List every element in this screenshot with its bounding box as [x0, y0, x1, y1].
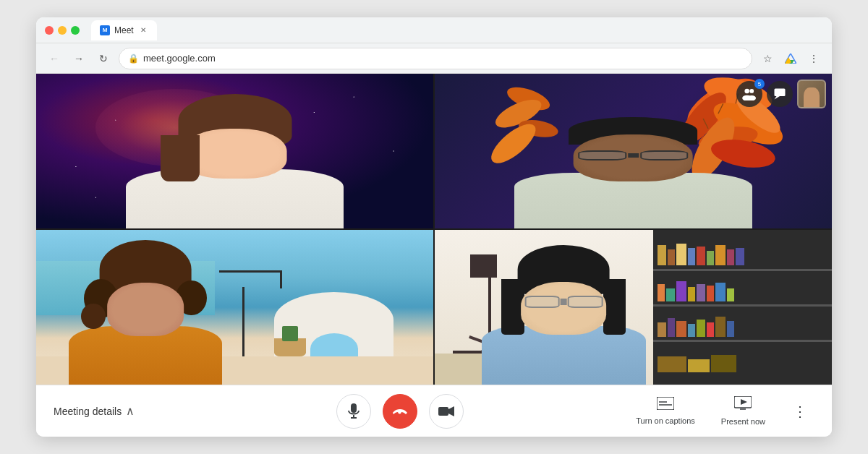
- microphone-icon: [347, 403, 360, 419]
- captions-button[interactable]: Turn on captions: [630, 394, 701, 428]
- present-svg-icon: [734, 396, 752, 411]
- browser-window: M Meet ✕ ← → ↻ 🔒 meet.google.com ☆ ⋮: [36, 17, 832, 437]
- end-call-button[interactable]: [383, 394, 417, 429]
- top-right-controls: 5: [736, 80, 826, 108]
- toolbar-right: ☆ ⋮: [758, 49, 823, 68]
- meeting-details-chevron-icon: ∧: [126, 404, 135, 418]
- bottom-bar: Meeting details ∧: [36, 385, 832, 437]
- svg-rect-29: [657, 397, 674, 410]
- svg-point-3: [744, 89, 749, 94]
- people-icon: [742, 87, 757, 100]
- video-cell-1: [36, 74, 433, 228]
- present-now-label: Present now: [721, 417, 765, 426]
- end-call-icon: [392, 407, 408, 416]
- captions-svg-icon: [657, 397, 674, 410]
- bookmark-button[interactable]: ☆: [758, 49, 777, 68]
- tab-close-button[interactable]: ✕: [138, 25, 148, 35]
- lock-icon: 🔒: [128, 53, 139, 64]
- refresh-button[interactable]: ↻: [94, 49, 113, 68]
- tab-area: M Meet ✕: [91, 20, 157, 40]
- address-bar: ← → ↻ 🔒 meet.google.com ☆ ⋮: [36, 43, 832, 74]
- svg-rect-24: [351, 403, 357, 413]
- chat-icon: [773, 87, 786, 100]
- video-cell-4: [435, 230, 832, 385]
- video-grid: [36, 74, 832, 385]
- url-bar[interactable]: 🔒 meet.google.com: [119, 48, 752, 69]
- close-traffic-light[interactable]: [45, 26, 54, 35]
- participants-badge: 5: [754, 79, 765, 89]
- title-bar: M Meet ✕: [36, 17, 832, 43]
- right-controls: Turn on captions Present now ⋮: [630, 393, 814, 429]
- video-cell-3: [36, 230, 433, 385]
- captions-label: Turn on captions: [636, 416, 695, 425]
- microphone-button[interactable]: [336, 394, 371, 429]
- meeting-details-button[interactable]: Meeting details ∧: [54, 404, 169, 418]
- camera-button[interactable]: [429, 394, 464, 429]
- svg-point-4: [749, 89, 754, 93]
- drive-icon: [785, 53, 796, 64]
- svg-marker-28: [448, 406, 454, 416]
- url-text: meet.google.com: [143, 53, 216, 64]
- chat-button[interactable]: [767, 81, 793, 107]
- more-options-button[interactable]: ⋮: [804, 49, 823, 68]
- svg-rect-7: [775, 89, 786, 97]
- present-now-button[interactable]: Present now: [715, 393, 771, 429]
- participants-button[interactable]: 5: [736, 81, 762, 107]
- tab-meet[interactable]: M Meet ✕: [91, 20, 157, 40]
- forward-button[interactable]: →: [69, 49, 88, 68]
- meet-favicon: M: [100, 25, 110, 35]
- drive-button[interactable]: [781, 49, 800, 68]
- tab-title: Meet: [114, 25, 134, 35]
- back-button[interactable]: ←: [45, 49, 64, 68]
- center-controls: [169, 394, 630, 429]
- traffic-lights: [45, 26, 80, 35]
- camera-icon: [438, 406, 454, 417]
- maximize-traffic-light[interactable]: [71, 26, 80, 35]
- present-icon: [734, 396, 752, 414]
- meeting-details-label: Meeting details: [54, 406, 122, 417]
- self-avatar: [797, 80, 826, 108]
- svg-marker-8: [775, 96, 780, 100]
- minimize-traffic-light[interactable]: [58, 26, 67, 35]
- svg-rect-27: [438, 407, 448, 416]
- svg-marker-33: [741, 399, 747, 405]
- more-options-bottom-button[interactable]: ⋮: [786, 397, 814, 426]
- meet-content: 5: [36, 74, 832, 385]
- captions-icon: [657, 397, 674, 414]
